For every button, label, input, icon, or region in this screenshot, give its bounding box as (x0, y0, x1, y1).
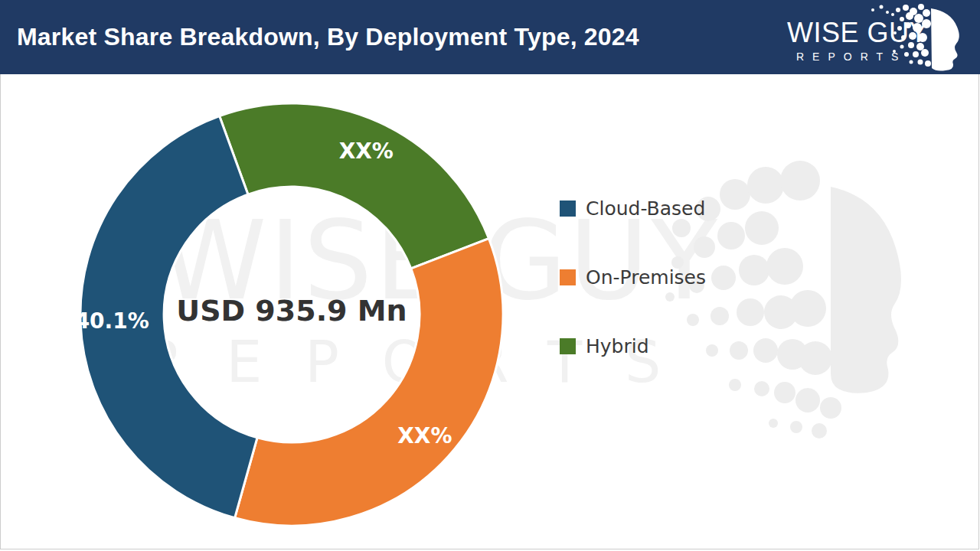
legend-item-on-premises: On-Premises (560, 260, 706, 294)
donut-segment-on-premises (235, 239, 503, 526)
header-bar: Market Share Breakdown, By Deployment Ty… (0, 0, 980, 74)
legend-swatch (560, 338, 576, 354)
page-title: Market Share Breakdown, By Deployment Ty… (0, 23, 639, 51)
legend-label: Hybrid (586, 335, 649, 357)
legend-item-cloud-based: Cloud-Based (560, 191, 706, 225)
donut-segment-label-hybrid: XX% (339, 139, 394, 164)
donut-segment-label-on-premises: XX% (397, 423, 452, 448)
legend-label: On-Premises (586, 266, 706, 289)
legend-swatch (560, 201, 576, 217)
legend-label: Cloud-Based (586, 197, 705, 220)
donut-segment-hybrid (220, 103, 489, 269)
logo-reports-text: REPORTS (796, 51, 906, 63)
logo-wiseguy-text: WISE GUY (787, 17, 928, 48)
report-canvas: WISE GUY REPORTS (0, 0, 980, 551)
chart-legend: Cloud-BasedOn-PremisesHybrid (560, 191, 706, 398)
donut-center-value: USD 935.9 Mn (139, 294, 445, 328)
donut-chart: XX%XX%40.1% (0, 0, 980, 551)
legend-swatch (560, 269, 576, 285)
wiseguy-reports-logo: WISE GUY REPORTS (781, 2, 972, 73)
logo-face-profile-icon (931, 8, 959, 71)
legend-item-hybrid: Hybrid (560, 329, 706, 363)
